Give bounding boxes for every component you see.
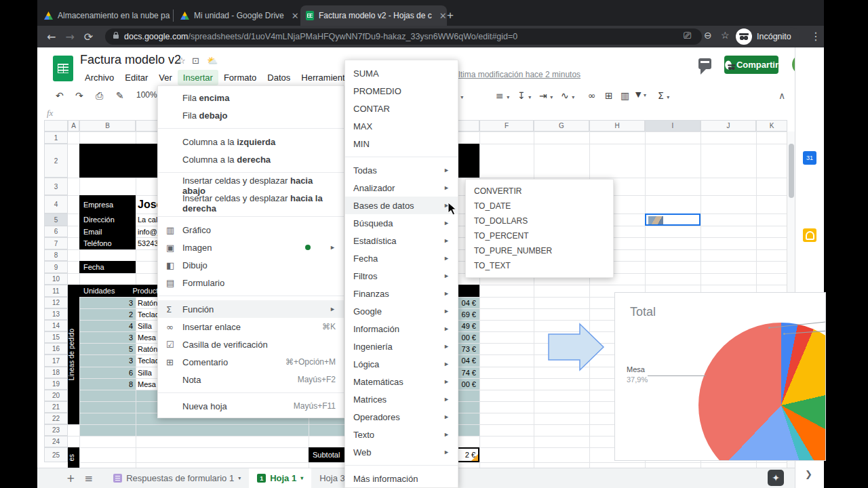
menu-item-todas[interactable]: Todas►	[345, 161, 458, 179]
row-header-9[interactable]: 9	[44, 261, 68, 273]
info-label-cell[interactable]: Dirección	[79, 214, 136, 226]
menu-item-columna-a-la-derecha[interactable]: Columna a la derecha	[158, 150, 344, 168]
reload-icon[interactable]: ⟳	[84, 30, 93, 43]
menu-item-fila-debajo[interactable]: Fila debajo	[158, 106, 344, 124]
print-icon[interactable]: ⎙	[96, 90, 103, 102]
menubar-item-ver[interactable]: Ver	[153, 70, 178, 85]
all-sheets-icon[interactable]: ≡	[85, 472, 94, 485]
row-header-17[interactable]: 17	[44, 354, 68, 367]
row-header-4[interactable]: 4	[44, 195, 68, 214]
collapse-toolbar-icon[interactable]: ∧	[778, 90, 785, 101]
document-title[interactable]: Factura modelo v2	[80, 53, 181, 67]
filter-icon[interactable]: ▼ ▾	[635, 90, 646, 99]
last-modified-link[interactable]: ltima modificación hace 2 minutos	[458, 70, 580, 79]
menu-item-insertar-enlace[interactable]: ∞Insertar enlace⌘K	[158, 318, 344, 336]
menu-item-finanzas[interactable]: Finanzas►	[345, 285, 458, 302]
undo-icon[interactable]: ↶	[56, 90, 64, 101]
menu-item-imagen[interactable]: ▣Imagen►	[158, 239, 344, 256]
menu-item-l-gica[interactable]: Lógica►	[345, 355, 458, 373]
menu-item-insertar-celdas-y-desplazar-hacia-abajo[interactable]: Insertar celdas y desplazar hacia abajo	[158, 177, 344, 195]
menu-item-promedio[interactable]: PROMEDIO	[345, 82, 458, 100]
functions-icon[interactable]: Σ ▾	[658, 90, 669, 101]
camera-icon[interactable]: ⎚	[684, 30, 691, 41]
row-header-1[interactable]: 1	[44, 131, 68, 144]
row-header-10[interactable]: 10	[44, 273, 68, 285]
column-header-J[interactable]: J	[701, 120, 756, 131]
menu-item-comentario[interactable]: ⊞Comentario⌘+Opción+M	[158, 353, 344, 371]
image-cell-selected[interactable]	[645, 214, 701, 226]
menu-item-insertar-celdas-y-desplazar-hacia-la-derecha[interactable]: Insertar celdas y desplazar hacia la der…	[158, 195, 344, 212]
row-header-18[interactable]: 18	[44, 367, 68, 378]
insert-chart-icon[interactable]: ▥	[620, 90, 629, 101]
row-header-3[interactable]: 3	[44, 178, 68, 195]
side-panel-collapse-icon[interactable]: ❯	[805, 469, 812, 479]
menu-item-to-pure-number[interactable]: TO_PURE_NUMBER	[466, 243, 613, 258]
menu-item-m-s-informaci-n[interactable]: Más información	[345, 470, 458, 487]
row-header-8[interactable]: 8	[44, 249, 68, 261]
info-label-cell[interactable]: Email	[79, 226, 136, 237]
units-cell[interactable]: 5	[79, 343, 133, 354]
star-icon[interactable]: ☆	[178, 56, 186, 66]
row-header-24[interactable]: 24	[44, 436, 68, 447]
units-cell[interactable]: 4	[79, 320, 133, 331]
row-header-19[interactable]: 19	[44, 378, 68, 390]
browser-tab-1[interactable]: Almacenamiento en la nube pa ✕	[39, 5, 178, 26]
menu-item-contar[interactable]: CONTAR	[345, 100, 458, 117]
row-header-16[interactable]: 16	[44, 343, 68, 354]
menu-item-gr-fico[interactable]: ▥Gráfico	[158, 221, 344, 239]
comment-marker[interactable]	[471, 454, 478, 461]
row-header-15[interactable]: 15	[44, 331, 68, 343]
insert-link-icon[interactable]: ∞	[588, 90, 596, 101]
menu-item-suma[interactable]: SUMA	[345, 64, 458, 82]
column-header-G[interactable]: G	[534, 120, 589, 131]
menu-item-analizador[interactable]: Analizador►	[345, 179, 458, 197]
menu-item-to-text[interactable]: TO_TEXT	[466, 258, 613, 273]
tab-close-icon[interactable]: ✕	[292, 11, 299, 21]
row-header-22[interactable]: 22	[44, 413, 68, 424]
units-cell[interactable]: 3	[79, 331, 133, 343]
menubar-item-editar[interactable]: Editar	[119, 70, 153, 85]
move-folder-icon[interactable]: ⊡	[192, 56, 199, 66]
info-label-cell[interactable]: Empresa	[79, 195, 136, 214]
row-header-5[interactable]: 5	[44, 214, 68, 226]
column-header-I[interactable]: I	[645, 120, 701, 131]
menu-item-funci-n[interactable]: ΣFunción►	[158, 300, 344, 318]
text-rotate-icon[interactable]: ∿ ▾	[561, 90, 574, 101]
row-header-13[interactable]: 13	[44, 308, 68, 320]
menu-item-max[interactable]: MAX	[345, 117, 458, 135]
sheets-logo-icon[interactable]	[53, 56, 73, 81]
explore-button[interactable]: ✦	[768, 470, 784, 486]
row-header-6[interactable]: 6	[44, 226, 68, 237]
row-header-25[interactable]: 25	[44, 447, 68, 462]
menu-item-b-squeda[interactable]: Búsqueda►	[345, 214, 458, 232]
add-sheet-icon[interactable]: +	[66, 472, 75, 485]
row-header-21[interactable]: 21	[44, 401, 68, 413]
column-header-A[interactable]: A	[68, 120, 79, 131]
row-header-2[interactable]: 2	[44, 144, 68, 178]
menu-item-fecha[interactable]: Fecha►	[345, 249, 458, 267]
row-header-7[interactable]: 7	[44, 237, 68, 249]
back-icon[interactable]: ←	[47, 30, 56, 43]
menu-item-formulario[interactable]: ▤Formulario	[158, 274, 344, 291]
column-header-K[interactable]: K	[756, 120, 787, 131]
menu-item-filtros[interactable]: Filtros►	[345, 267, 458, 285]
menu-item-nota[interactable]: NotaMayús+F2	[158, 371, 344, 388]
menu-item-google[interactable]: Google►	[345, 302, 458, 320]
menu-item-ingenier-a[interactable]: Ingeniería►	[345, 338, 458, 355]
chevron-down-icon[interactable]: ▾	[300, 475, 303, 481]
menu-item-to-date[interactable]: TO_DATE	[466, 199, 613, 214]
menubar-item-archivo[interactable]: Archivo	[79, 70, 119, 85]
row-header-20[interactable]: 20	[44, 390, 68, 401]
menu-item-dibujo[interactable]: ◧Dibujo	[158, 256, 344, 274]
units-cell[interactable]: 6	[79, 367, 133, 378]
menubar-item-datos[interactable]: Datos	[262, 70, 296, 85]
menu-item-fila-encima[interactable]: Fila encima	[158, 89, 344, 106]
vertical-align-icon[interactable]: ↧ ▾	[517, 90, 531, 101]
browser-tab-3-active[interactable]: Factura modelo v2 - Hojas de c ✕	[300, 5, 447, 26]
menubar-item-formato[interactable]: Formato	[218, 70, 262, 85]
menubar-item-insertar[interactable]: Insertar	[178, 70, 218, 85]
menu-item-columna-a-la-izquierda[interactable]: Columna a la izquierda	[158, 133, 344, 150]
fecha-label-cell[interactable]: Fecha	[79, 261, 136, 273]
insert-comment-icon[interactable]: ⊞	[605, 90, 613, 101]
column-header-B[interactable]: B	[79, 120, 136, 131]
